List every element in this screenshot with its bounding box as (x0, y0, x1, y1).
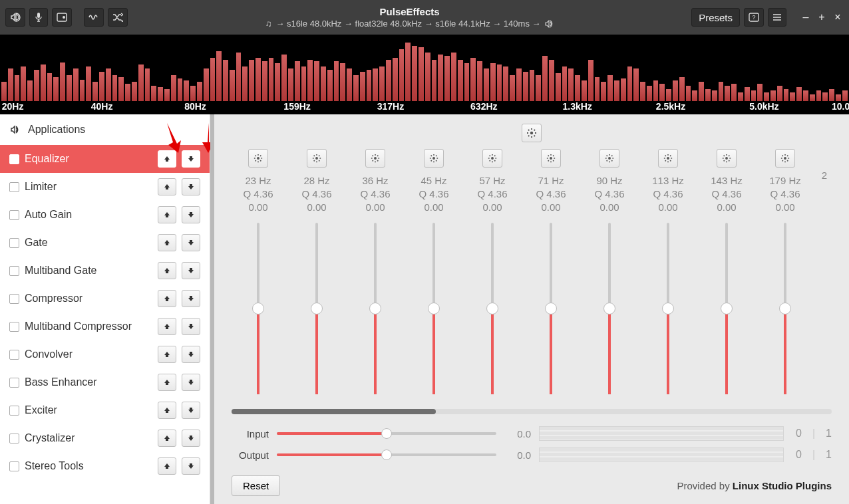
band-settings-button[interactable] (775, 149, 795, 168)
move-up-button[interactable] (158, 402, 176, 419)
move-down-button[interactable] (182, 457, 200, 475)
pulse-info-button[interactable] (52, 8, 72, 27)
effect-checkbox[interactable] (9, 154, 19, 164)
presets-button[interactable]: Presets (691, 8, 740, 27)
effect-checkbox[interactable] (9, 210, 19, 220)
help-button[interactable]: ? (744, 8, 764, 27)
effect-row-gate[interactable]: Gate (0, 229, 210, 257)
svg-point-8 (374, 157, 377, 160)
move-up-button[interactable] (158, 318, 176, 335)
move-down-button[interactable] (182, 206, 200, 223)
band-settings-button[interactable] (248, 149, 268, 168)
move-up-button[interactable] (158, 262, 176, 279)
window-close[interactable]: × (832, 11, 844, 23)
move-up-button[interactable] (158, 374, 176, 391)
effect-row-stereo-tools[interactable]: Stereo Tools (0, 452, 210, 480)
effect-row-exciter[interactable]: Exciter (0, 396, 210, 424)
band-settings-button[interactable] (717, 149, 737, 168)
bypass-button[interactable] (108, 8, 128, 27)
move-down-button[interactable] (182, 430, 200, 447)
output-tab-button[interactable] (5, 8, 25, 27)
band-slider[interactable] (432, 223, 435, 394)
titlebar-center: PulseEffects ♫ → s16le 48.0kHz → float32… (132, 6, 687, 29)
move-up-button[interactable] (158, 150, 176, 168)
move-down-button[interactable] (182, 290, 200, 307)
band-slider[interactable] (550, 223, 552, 394)
test-signal-button[interactable] (84, 8, 104, 27)
band-slider[interactable] (374, 223, 377, 394)
band-slider[interactable] (257, 223, 259, 394)
window-maximize[interactable]: + (816, 11, 828, 23)
band-settings-button[interactable] (424, 149, 444, 168)
hamburger-button[interactable] (768, 8, 786, 27)
effect-checkbox[interactable] (9, 294, 19, 304)
eq-band-5: 71 HzQ 4.360.00 (522, 149, 580, 398)
effect-row-multiband-gate[interactable]: Multiband Gate (0, 257, 210, 285)
band-settings-button[interactable] (658, 149, 678, 168)
svg-point-2 (63, 16, 65, 19)
bands-scrollbar[interactable] (232, 409, 832, 414)
output-gain-slider[interactable] (277, 449, 496, 460)
move-up-button[interactable] (158, 178, 176, 195)
band-gain: 0.00 (775, 201, 794, 213)
effect-row-crystalizer[interactable]: Crystalizer (0, 424, 210, 452)
move-up-button[interactable] (158, 290, 176, 307)
svg-point-14 (725, 157, 728, 160)
band-slider[interactable] (725, 223, 728, 394)
effect-checkbox[interactable] (9, 182, 19, 192)
effects-sidebar: Applications EqualizerLimiterAuto GainGa… (0, 114, 210, 504)
wave-icon (88, 13, 99, 22)
band-q: Q 4.36 (594, 188, 624, 199)
scrollbar-thumb[interactable] (232, 409, 436, 414)
effect-row-multiband-compressor[interactable]: Multiband Compressor (0, 313, 210, 340)
effect-checkbox[interactable] (9, 238, 19, 248)
move-down-button[interactable] (182, 234, 200, 251)
signal-chain: ♫ → s16le 48.0kHz → float32le 48.0kHz → … (132, 19, 687, 29)
move-down-button[interactable] (182, 374, 200, 391)
band-slider[interactable] (608, 223, 611, 394)
band-settings-button[interactable] (307, 149, 327, 168)
band-slider[interactable] (315, 223, 318, 394)
move-down-button[interactable] (182, 150, 200, 168)
band-slider[interactable] (491, 223, 494, 394)
effect-checkbox[interactable] (9, 266, 19, 276)
input-tab-button[interactable] (29, 8, 48, 27)
window-minimize[interactable]: – (800, 11, 812, 23)
effect-row-auto-gain[interactable]: Auto Gain (0, 201, 210, 229)
move-up-button[interactable] (158, 430, 176, 447)
effect-checkbox[interactable] (9, 322, 19, 332)
effect-row-bass-enhancer[interactable]: Bass Enhancer (0, 368, 210, 396)
move-up-button[interactable] (158, 206, 176, 223)
effect-row-compressor[interactable]: Compressor (0, 285, 210, 313)
titlebar: PulseEffects ♫ → s16le 48.0kHz → float32… (0, 0, 849, 35)
band-settings-button[interactable] (541, 149, 561, 168)
effect-checkbox[interactable] (9, 378, 19, 388)
effect-row-convolver[interactable]: Convolver (0, 340, 210, 368)
move-down-button[interactable] (182, 178, 200, 195)
effect-checkbox[interactable] (9, 406, 19, 416)
move-down-button[interactable] (182, 262, 200, 279)
band-slider[interactable] (667, 223, 669, 394)
applications-header[interactable]: Applications (0, 114, 210, 145)
reset-button[interactable]: Reset (232, 475, 280, 496)
move-down-button[interactable] (182, 318, 200, 335)
move-up-button[interactable] (158, 457, 176, 475)
band-settings-button[interactable] (365, 149, 385, 168)
band-slider[interactable] (784, 223, 786, 394)
effect-row-equalizer[interactable]: Equalizer (0, 145, 210, 173)
band-settings-button[interactable] (482, 149, 502, 168)
eq-settings-button[interactable] (522, 124, 542, 142)
effect-label: Stereo Tools (25, 460, 152, 472)
band-settings-button[interactable] (599, 149, 619, 168)
signal-chain-text: → s16le 48.0kHz → float32le 48.0kHz → s1… (275, 19, 540, 29)
input-gain-slider[interactable] (277, 428, 496, 439)
move-down-button[interactable] (182, 402, 200, 419)
move-down-button[interactable] (182, 346, 200, 363)
effect-row-limiter[interactable]: Limiter (0, 173, 210, 201)
effect-checkbox[interactable] (9, 461, 19, 471)
move-up-button[interactable] (158, 346, 176, 363)
effect-checkbox[interactable] (9, 434, 19, 443)
effect-checkbox[interactable] (9, 350, 19, 360)
move-up-button[interactable] (158, 234, 176, 251)
band-freq: 45 Hz (421, 175, 446, 186)
